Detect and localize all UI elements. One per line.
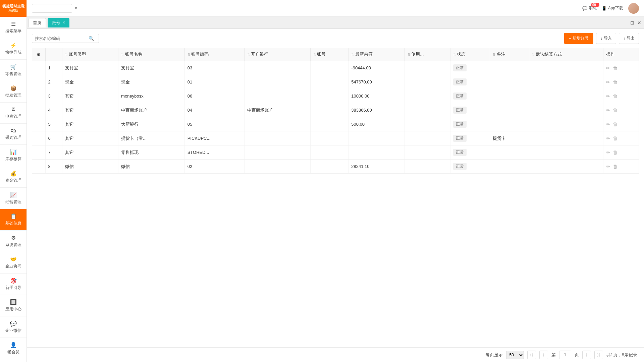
- delete-button[interactable]: 🗑: [613, 136, 618, 141]
- toolbar-left: 🔍: [32, 34, 99, 43]
- total-info: 共1页，8条记录: [606, 352, 637, 358]
- cell-default-settlement: [529, 131, 603, 145]
- sidebar-item-purchase-mgmt[interactable]: 🛍 采购管理: [0, 124, 26, 145]
- sidebar-item-app-center[interactable]: 🔲 应用中心: [0, 295, 26, 316]
- sidebar-item-enterprise-wechat[interactable]: 💬 企业微信: [0, 316, 26, 338]
- edit-button[interactable]: ✏: [606, 108, 610, 113]
- edit-button[interactable]: ✏: [606, 65, 610, 71]
- add-label: 新增账号: [573, 36, 589, 41]
- sort-icons-acno: ⇅: [313, 53, 316, 56]
- edit-button[interactable]: ✏: [606, 150, 610, 155]
- cell-row-num: 7: [45, 145, 62, 160]
- delete-button[interactable]: 🗑: [613, 94, 618, 99]
- sidebar-item-label: 库存核算: [2, 156, 25, 162]
- edit-button[interactable]: ✏: [606, 122, 610, 127]
- cell-balance: 383866.00: [348, 103, 405, 117]
- sidebar-item-beginner-guide[interactable]: 🎯 新手引导: [0, 274, 26, 295]
- delete-button[interactable]: 🗑: [613, 79, 618, 85]
- user-avatar[interactable]: [628, 3, 639, 14]
- page-next-button[interactable]: ⟩: [582, 351, 591, 359]
- cell-account-name: 大新银行: [118, 117, 184, 131]
- cell-settings: [32, 89, 45, 103]
- page-of-label: 页: [575, 352, 579, 358]
- col-account-name[interactable]: ⇅ 账号名称: [118, 48, 184, 61]
- topbar-search-input[interactable]: [32, 4, 72, 13]
- per-page-select[interactable]: 50 100 200: [506, 351, 524, 359]
- edit-button[interactable]: ✏: [606, 164, 610, 169]
- purchase-icon: 🛍: [2, 128, 25, 134]
- sidebar-item-ecommerce-mgmt[interactable]: 🖥 电商管理: [0, 103, 26, 124]
- page-prev-button[interactable]: ⟨: [539, 351, 548, 359]
- sidebar-item-system-mgmt[interactable]: ⚙ 系统管理: [0, 231, 26, 252]
- sidebar-item-inventory[interactable]: 📊 库存核算: [0, 145, 26, 166]
- col-usage[interactable]: ⇅ 使用...: [405, 48, 450, 61]
- app-download-button[interactable]: 📱 App下载: [602, 5, 623, 11]
- delete-button[interactable]: 🗑: [613, 65, 618, 71]
- col-balance[interactable]: ⇅ 最新余额: [348, 48, 405, 61]
- settings-icon: ⚙: [37, 52, 41, 57]
- tab-restore-button[interactable]: ⊡: [629, 19, 635, 26]
- table-row: 1 支付宝 支付宝 03 -90444.00 正常 ✏ 🗑: [32, 61, 639, 75]
- sidebar-item-quick-nav[interactable]: ⚡ 快捷导航: [0, 38, 26, 60]
- status-badge: 正常: [453, 163, 467, 170]
- sidebar-item-label: 经营管理: [2, 199, 25, 205]
- add-account-button[interactable]: + 新增账号: [564, 33, 593, 44]
- table-container: ⚙ ⇅ 账号类型 ⇅ 账号名称 ⇅ 账号编码: [27, 48, 644, 347]
- search-icon[interactable]: 🔍: [89, 36, 94, 41]
- col-account-code[interactable]: ⇅ 账号编码: [184, 48, 244, 61]
- cell-action: ✏ 🗑: [603, 75, 639, 89]
- sidebar-item-retail-mgmt[interactable]: 🛒 零售管理: [0, 60, 26, 81]
- export-button[interactable]: ↑ 导出: [619, 33, 639, 44]
- sidebar-item-basic-info[interactable]: 📋 基础信息: [0, 209, 26, 231]
- sidebar-item-finance-mgmt[interactable]: 💰 资金管理: [0, 166, 26, 188]
- col-settings[interactable]: ⚙: [32, 48, 45, 61]
- search-input[interactable]: [35, 36, 89, 41]
- sidebar-item-label: 电商管理: [2, 114, 25, 119]
- col-account-no[interactable]: ⇅ 账号: [310, 48, 348, 61]
- action-buttons: ✏ 🗑: [606, 150, 636, 155]
- cell-row-num: 2: [45, 75, 62, 89]
- delete-button[interactable]: 🗑: [613, 164, 618, 169]
- col-remark[interactable]: ⇅ 备注: [490, 48, 529, 61]
- message-button[interactable]: 💬 消息 99+: [582, 5, 597, 11]
- system-icon: ⚙: [2, 235, 25, 241]
- page-first-button[interactable]: ⟨⟨: [527, 351, 536, 359]
- cell-usage: [405, 131, 450, 145]
- edit-button[interactable]: ✏: [606, 136, 610, 141]
- cell-balance: 547670.00: [348, 75, 405, 89]
- tab-close-all-button[interactable]: ✕: [636, 19, 642, 26]
- topbar-dropdown-icon[interactable]: ▼: [74, 6, 78, 11]
- sidebar-item-label: 资金管理: [2, 178, 25, 183]
- delete-button[interactable]: 🗑: [613, 122, 618, 127]
- sidebar-item-label: 批发管理: [2, 93, 25, 98]
- action-buttons: ✏ 🗑: [606, 79, 636, 85]
- cell-action: ✏ 🗑: [603, 103, 639, 117]
- tab-account[interactable]: 账号 ✕: [48, 18, 69, 27]
- col-status[interactable]: ⇅ 状态: [450, 48, 490, 61]
- edit-button[interactable]: ✏: [606, 94, 610, 99]
- delete-button[interactable]: 🗑: [613, 150, 618, 155]
- col-default-settlement[interactable]: ⇅ 默认结算方式: [529, 48, 603, 61]
- sidebar-item-operations-mgmt[interactable]: 📈 经营管理: [0, 188, 26, 209]
- logo-text: 畅捷通时生意: [2, 4, 24, 8]
- sidebar-item-label: 畅会员: [2, 349, 25, 355]
- sidebar-item-label: 系统管理: [2, 242, 25, 248]
- tab-close-icon[interactable]: ✕: [62, 20, 65, 25]
- delete-button[interactable]: 🗑: [613, 108, 618, 113]
- topbar-left: ▼: [32, 4, 78, 13]
- table-row: 7 其它 零售抵现 STORED... 正常 ✏ 🗑: [32, 145, 639, 160]
- page-last-button[interactable]: ⟩⟩: [594, 351, 603, 359]
- quick-nav-icon: ⚡: [2, 42, 25, 49]
- sidebar-item-search-menu[interactable]: ☰ 搜索菜单: [0, 17, 26, 38]
- sidebar-item-label: 应用中心: [2, 306, 25, 312]
- tab-home[interactable]: 首页: [29, 18, 46, 27]
- col-account-type[interactable]: ⇅ 账号类型: [62, 48, 118, 61]
- col-bank[interactable]: ⇅ 开户银行: [244, 48, 310, 61]
- edit-button[interactable]: ✏: [606, 79, 610, 85]
- sidebar-item-wholesale-mgmt[interactable]: 📦 批发管理: [0, 81, 26, 103]
- sidebar-item-member[interactable]: 👤 畅会员: [0, 338, 26, 359]
- page-input[interactable]: [559, 351, 571, 359]
- import-button[interactable]: ↓ 导入: [596, 33, 616, 44]
- cell-account-no: [310, 89, 348, 103]
- sidebar-item-enterprise-agreement[interactable]: 🤝 企业协同: [0, 252, 26, 274]
